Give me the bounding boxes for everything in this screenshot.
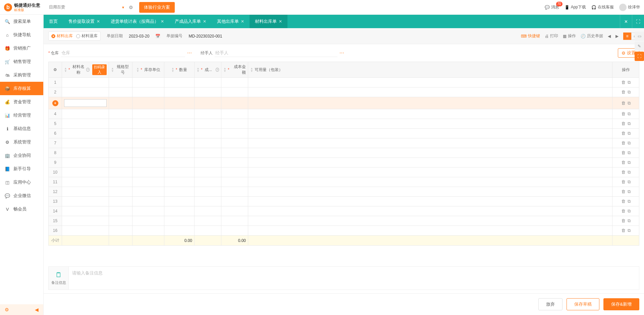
copy-row-icon[interactable]: ⧉ bbox=[628, 160, 631, 165]
copy-row-icon[interactable]: ⧉ bbox=[628, 80, 631, 85]
rail-item-1[interactable]: ▭ bbox=[635, 32, 644, 41]
copy-row-icon[interactable]: ⧉ bbox=[628, 121, 631, 126]
copy-row-icon[interactable]: ⧉ bbox=[628, 89, 631, 94]
delete-row-icon[interactable]: 🗑 bbox=[621, 199, 626, 204]
sidebar-item-7[interactable]: 📊经营管理 bbox=[0, 109, 43, 122]
sidebar-item-0[interactable]: 🔍搜索菜单 bbox=[0, 15, 43, 28]
copy-row-icon[interactable]: ⧉ bbox=[628, 150, 631, 155]
sidebar-item-4[interactable]: 🛍采购管理 bbox=[0, 68, 43, 82]
prev-doc[interactable]: ◀ bbox=[608, 34, 611, 39]
tab-3[interactable]: 产成品入库单✕ bbox=[169, 15, 212, 28]
rail-item-3[interactable]: ⛶ bbox=[635, 52, 644, 61]
table-row[interactable]: 10🗑⧉ bbox=[49, 168, 639, 177]
tab-expand[interactable]: ⛶ bbox=[632, 15, 644, 28]
delete-row-icon[interactable]: 🗑 bbox=[621, 150, 626, 155]
delete-row-icon[interactable]: 🗑 bbox=[621, 111, 626, 116]
close-icon[interactable]: ✕ bbox=[97, 19, 100, 24]
close-icon[interactable]: ✕ bbox=[203, 19, 206, 24]
col-settings[interactable]: ⚙ bbox=[49, 62, 62, 78]
discard-button[interactable]: 放弃 bbox=[538, 298, 562, 310]
col-qty[interactable]: ▲▼*数量 bbox=[164, 62, 195, 78]
sidebar-gear-icon[interactable]: ⚙ bbox=[5, 307, 9, 312]
add-row-icon[interactable]: + bbox=[52, 100, 58, 106]
table-row[interactable]: 16🗑⧉ bbox=[49, 226, 639, 236]
delete-row-icon[interactable]: 🗑 bbox=[621, 160, 626, 165]
sidebar-item-3[interactable]: 🛒销售管理 bbox=[0, 55, 43, 68]
table-row[interactable]: 11🗑⧉ bbox=[49, 177, 639, 187]
table-row[interactable]: 9🗑⧉ bbox=[49, 158, 639, 168]
sidebar-item-6[interactable]: 💰资金管理 bbox=[0, 95, 43, 109]
delete-row-icon[interactable]: 🗑 bbox=[621, 80, 626, 85]
remarks-tab[interactable]: 🗒 备注信息 bbox=[49, 267, 69, 290]
radio-material-out[interactable]: 材料出库 bbox=[51, 33, 73, 39]
copy-row-icon[interactable]: ⧉ bbox=[628, 101, 631, 106]
table-row[interactable]: 5🗑⧉ bbox=[49, 119, 639, 129]
material-name-input[interactable] bbox=[64, 99, 107, 107]
category-select[interactable]: 日用百货 ▾ bbox=[49, 4, 124, 10]
save-new-button[interactable]: 保存&新增 bbox=[603, 298, 639, 310]
history-button[interactable]: 🕘 历史单据 bbox=[581, 33, 603, 39]
table-row[interactable]: 12🗑⧉ bbox=[49, 187, 639, 197]
col-cost[interactable]: ▲▼*成... ? bbox=[195, 62, 221, 78]
warehouse-more-icon[interactable]: ⋯ bbox=[187, 50, 193, 56]
delete-row-icon[interactable]: 🗑 bbox=[621, 228, 626, 233]
copy-row-icon[interactable]: ⧉ bbox=[628, 199, 631, 204]
sidebar-item-13[interactable]: 💬企业微信 bbox=[0, 189, 43, 202]
close-icon[interactable]: ✕ bbox=[279, 19, 282, 24]
col-costamt[interactable]: ▲▼*成本金额 bbox=[221, 62, 248, 78]
tab-1[interactable]: 售价提取设置✕ bbox=[63, 15, 105, 28]
messages-button[interactable]: 💬 消息 70 bbox=[545, 4, 559, 10]
close-icon[interactable]: ✕ bbox=[241, 19, 244, 24]
copy-row-icon[interactable]: ⧉ bbox=[628, 218, 631, 223]
table-row[interactable]: 8🗑⧉ bbox=[49, 148, 639, 158]
delete-row-icon[interactable]: 🗑 bbox=[621, 208, 626, 213]
col-unit[interactable]: ▲▼*库存单位 bbox=[132, 62, 164, 78]
close-icon[interactable]: ✕ bbox=[161, 19, 164, 24]
copy-row-icon[interactable]: ⧉ bbox=[628, 179, 631, 184]
copy-row-icon[interactable]: ⧉ bbox=[628, 170, 631, 175]
sidebar-collapse-icon[interactable]: ◀ bbox=[35, 307, 39, 312]
copy-row-icon[interactable]: ⧉ bbox=[628, 111, 631, 116]
sidebar-item-2[interactable]: 🎁营销推广 bbox=[0, 42, 43, 55]
sidebar-item-9[interactable]: ⚙系统管理 bbox=[0, 135, 43, 149]
shortcut-button[interactable]: ⌨ 快捷键 bbox=[521, 33, 540, 39]
table-row[interactable]: 6🗑⧉ bbox=[49, 129, 639, 138]
rail-item-2[interactable]: ✎ bbox=[635, 42, 644, 51]
user-menu[interactable]: 徐泽华 bbox=[619, 4, 640, 11]
sidebar-item-5[interactable]: 📦库存核算 bbox=[0, 82, 43, 95]
copy-row-icon[interactable]: ⧉ bbox=[628, 208, 631, 213]
tab-4[interactable]: 其他出库单✕ bbox=[212, 15, 250, 28]
table-row[interactable]: 7🗑⧉ bbox=[49, 138, 639, 148]
delete-row-icon[interactable]: 🗑 bbox=[621, 170, 626, 175]
app-download[interactable]: 📱 App下载 bbox=[565, 4, 586, 10]
sidebar-item-8[interactable]: ℹ基础信息 bbox=[0, 122, 43, 135]
delete-row-icon[interactable]: 🗑 bbox=[621, 218, 626, 223]
delete-row-icon[interactable]: 🗑 bbox=[621, 179, 626, 184]
support[interactable]: 🎧 在线客服 bbox=[591, 4, 614, 10]
print-button[interactable]: 🖨 打印 bbox=[545, 33, 558, 39]
calendar-icon[interactable]: 📅 bbox=[155, 34, 160, 39]
delete-row-icon[interactable]: 🗑 bbox=[621, 89, 626, 94]
table-row[interactable]: 14🗑⧉ bbox=[49, 206, 639, 216]
cta-button[interactable]: 体验行业方案 bbox=[139, 2, 175, 13]
delete-row-icon[interactable]: 🗑 bbox=[621, 131, 626, 136]
sidebar-item-10[interactable]: 🏢企业协同 bbox=[0, 149, 43, 162]
table-row[interactable]: 13🗑⧉ bbox=[49, 197, 639, 206]
table-row[interactable]: 4🗑⧉ bbox=[49, 109, 639, 119]
sidebar-item-1[interactable]: ⌂快捷导航 bbox=[0, 28, 43, 42]
radio-material-return[interactable]: 材料退库 bbox=[76, 33, 98, 39]
table-row[interactable]: +🗑⧉ bbox=[49, 97, 639, 109]
view-list[interactable]: ≡ bbox=[623, 33, 631, 40]
copy-row-icon[interactable]: ⧉ bbox=[628, 131, 631, 136]
table-row[interactable]: 15🗑⧉ bbox=[49, 216, 639, 226]
delete-row-icon[interactable]: 🗑 bbox=[621, 189, 626, 194]
category-settings-icon[interactable]: ⚙ bbox=[129, 5, 133, 10]
copy-row-icon[interactable]: ⧉ bbox=[628, 189, 631, 194]
sidebar-item-12[interactable]: ◫应用中心 bbox=[0, 176, 43, 189]
tab-0[interactable]: 首页 bbox=[44, 15, 63, 28]
doc-date-value[interactable]: 2023-03-20 bbox=[129, 34, 149, 39]
delete-row-icon[interactable]: 🗑 bbox=[621, 101, 626, 106]
handler-input[interactable] bbox=[215, 49, 337, 57]
tab-5[interactable]: 材料出库单✕ bbox=[250, 15, 287, 28]
table-row[interactable]: 2🗑⧉ bbox=[49, 87, 639, 97]
